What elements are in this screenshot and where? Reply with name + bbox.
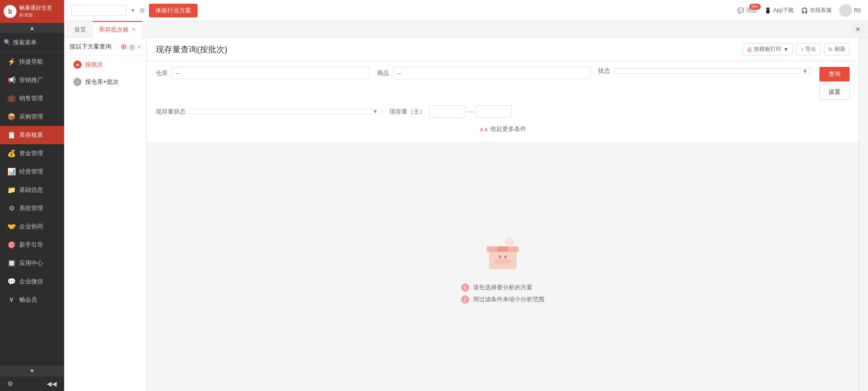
tab-inventory-batch[interactable]: 库存批次账 ✕ bbox=[93, 21, 142, 38]
warehouse-label: 仓库 bbox=[156, 69, 168, 77]
refresh-btn[interactable]: ↻ 刷新 bbox=[824, 43, 850, 55]
refresh-btn-label: 刷新 bbox=[835, 45, 846, 53]
empty-state: 1 请先选择要分析的方案 2 用过滤条件来缩小分析范围 bbox=[147, 143, 859, 391]
inventory-status-dropdown[interactable]: ▼ bbox=[189, 109, 382, 114]
topbar-left: ▼ ⚙ 体验行业方案 bbox=[71, 4, 198, 17]
company-name: 畅康通好生意 bbox=[19, 5, 52, 12]
avatar bbox=[839, 4, 852, 17]
sidebar-item-operation[interactable]: 📊 经营管理 bbox=[0, 163, 64, 181]
export-btn[interactable]: ↑ 导出 bbox=[797, 43, 820, 55]
finance-icon: 💰 bbox=[7, 149, 16, 157]
headset-icon: 🎧 bbox=[801, 7, 808, 14]
product-input[interactable]: ··· bbox=[393, 67, 591, 79]
tab-inventory-batch-label: 库存批次账 bbox=[99, 26, 129, 34]
operation-icon: 📊 bbox=[7, 168, 16, 176]
sidebar-brand: 畅康通好生意 标准版 bbox=[19, 5, 52, 18]
tab-close-icon[interactable]: ✕ bbox=[132, 27, 136, 33]
tab-home[interactable]: 首页 bbox=[68, 21, 93, 38]
status-filter-group: 状态 ▼ bbox=[598, 67, 812, 75]
app-download-action[interactable]: 📱 App下载 bbox=[764, 6, 794, 14]
left-panel-actions: ⊕ ◎ « bbox=[121, 42, 141, 51]
page-header: 现存量查询(按批次) 🖨 按模板打印 ▼ ↑ 导出 ↻ 刷新 bbox=[147, 38, 859, 61]
quick-nav-icon: ⚡ bbox=[7, 58, 16, 66]
edition-label: 标准版 bbox=[19, 12, 52, 18]
sidebar-item-sales[interactable]: 💼 销售管理 bbox=[0, 89, 64, 108]
print-dropdown-icon: ▼ bbox=[783, 46, 789, 53]
svg-point-3 bbox=[505, 237, 514, 246]
sidebar-item-app-center[interactable]: 🔲 应用中心 bbox=[0, 254, 64, 272]
settings-btn[interactable]: 设置 bbox=[819, 84, 850, 100]
finance-label: 资金管理 bbox=[19, 149, 43, 157]
sidebar-item-new-user[interactable]: 🎯 新手引导 bbox=[0, 236, 64, 254]
status-dropdown[interactable]: ▼ bbox=[614, 68, 812, 74]
warehouse-dots: ··· bbox=[176, 70, 181, 76]
right-panel bbox=[859, 38, 868, 391]
sidebar-item-finance[interactable]: 💰 资金管理 bbox=[0, 144, 64, 163]
empty-tip-1: 1 请先选择要分析的方案 bbox=[461, 283, 544, 292]
close-panel-btn[interactable]: ✕ bbox=[852, 24, 864, 35]
sidebar-scroll-down[interactable]: ▼ bbox=[0, 366, 64, 376]
topbar: ▼ ⚙ 体验行业方案 💬 消息 99+ 📱 App下载 🎧 在线客服 Rit bbox=[64, 0, 868, 21]
topbar-gear-icon[interactable]: ⚙ bbox=[139, 7, 145, 14]
left-panel-settings-icon[interactable]: ◎ bbox=[129, 43, 135, 50]
inventory-qty-filter-group: 现存量（主） — bbox=[390, 105, 616, 118]
sidebar-item-marketing[interactable]: 📢 营销推广 bbox=[0, 71, 64, 89]
filter-row-1: 仓库 ··· 商品 ··· 状态 bbox=[156, 67, 850, 100]
main-panel: 现存量查询(按批次) 🖨 按模板打印 ▼ ↑ 导出 ↻ 刷新 bbox=[147, 38, 859, 391]
collapse-btn[interactable]: ∧∧ 收起更多条件 bbox=[156, 121, 850, 137]
sidebar-item-purchase[interactable]: 📦 采购管理 bbox=[0, 108, 64, 126]
sidebar-item-quick-nav[interactable]: ⚡ 快捷导航 bbox=[0, 53, 64, 71]
new-user-label: 新手引导 bbox=[19, 241, 43, 249]
username-label: Rit bbox=[854, 7, 861, 14]
warehouse-input[interactable]: ··· bbox=[171, 67, 370, 79]
sidebar-item-enterprise[interactable]: 🤝 企业协同 bbox=[0, 217, 64, 236]
sidebar-item-member[interactable]: V 畅会员 bbox=[0, 291, 64, 309]
search-menu-label: 搜索菜单 bbox=[13, 38, 37, 47]
topbar-search-input[interactable] bbox=[71, 5, 126, 16]
messages-action[interactable]: 💬 消息 99+ bbox=[737, 6, 757, 14]
product-filter-group: 商品 ··· bbox=[377, 67, 591, 79]
settings-footer-icon[interactable]: ⚙ bbox=[7, 380, 13, 387]
query-btn[interactable]: 查询 bbox=[819, 67, 850, 81]
left-panel-item-by-batch[interactable]: ● 按批次 bbox=[64, 56, 146, 73]
sidebar-item-basic-info[interactable]: 📁 基础信息 bbox=[0, 181, 64, 199]
sidebar-item-enterprise-wechat[interactable]: 💬 企业微信 bbox=[0, 272, 64, 291]
sales-label: 销售管理 bbox=[19, 94, 43, 103]
enterprise-wechat-icon: 💬 bbox=[7, 277, 16, 286]
status-dropdown-arrow: ▼ bbox=[802, 68, 808, 75]
topbar-dropdown-arrow[interactable]: ▼ bbox=[130, 7, 136, 14]
sidebar-item-inventory[interactable]: 📋 库存核算 bbox=[0, 126, 64, 144]
collapse-sidebar-icon[interactable]: ◀◀ bbox=[47, 380, 57, 387]
app-download-label: App下载 bbox=[773, 6, 794, 14]
inventory-qty-min-input[interactable] bbox=[429, 105, 466, 118]
svg-point-5 bbox=[499, 255, 501, 258]
member-label: 畅会员 bbox=[19, 296, 37, 304]
purchase-icon: 📦 bbox=[7, 113, 16, 121]
content-area: 按以下方案查询 ⊕ ◎ « ● 按批次 ○ 按仓库+批次 现存量查询(按批次) bbox=[64, 38, 868, 391]
basic-info-label: 基础信息 bbox=[19, 186, 43, 194]
inventory-label: 库存核算 bbox=[19, 131, 43, 139]
status-label: 状态 bbox=[598, 67, 610, 75]
inventory-qty-max-input[interactable] bbox=[475, 105, 512, 118]
print-btn[interactable]: 🖨 按模板打印 ▼ bbox=[742, 43, 793, 55]
user-profile-action[interactable]: Rit bbox=[839, 4, 861, 17]
experience-btn[interactable]: 体验行业方案 bbox=[149, 4, 198, 17]
export-btn-label: 导出 bbox=[805, 45, 816, 53]
page-actions: 🖨 按模板打印 ▼ ↑ 导出 ↻ 刷新 bbox=[742, 43, 850, 55]
left-panel-item-by-warehouse-batch[interactable]: ○ 按仓库+批次 bbox=[64, 73, 146, 91]
online-service-action[interactable]: 🎧 在线客服 bbox=[801, 6, 832, 14]
inventory-qty-label: 现存量（主） bbox=[390, 108, 425, 116]
warehouse-filter-group: 仓库 ··· bbox=[156, 67, 370, 79]
app-center-icon: 🔲 bbox=[7, 259, 16, 267]
left-panel: 按以下方案查询 ⊕ ◎ « ● 按批次 ○ 按仓库+批次 bbox=[64, 38, 147, 391]
collapse-row: ∧∧ 收起更多条件 bbox=[156, 121, 850, 137]
sidebar-header: b 畅康通好生意 标准版 bbox=[0, 0, 64, 23]
tip-2-text: 用过滤条件来缩小分析范围 bbox=[473, 295, 544, 304]
left-panel-add-icon[interactable]: ⊕ bbox=[121, 42, 126, 51]
sidebar-scroll-up[interactable]: ▲ bbox=[0, 23, 64, 33]
left-panel-collapse-icon[interactable]: « bbox=[137, 43, 141, 50]
sidebar-item-sys-mgmt[interactable]: ⚙ 系统管理 bbox=[0, 199, 64, 217]
enterprise-icon: 🤝 bbox=[7, 223, 16, 231]
online-service-label: 在线客服 bbox=[810, 6, 832, 14]
search-menu-item[interactable]: 🔍 搜索菜单 bbox=[4, 37, 60, 49]
